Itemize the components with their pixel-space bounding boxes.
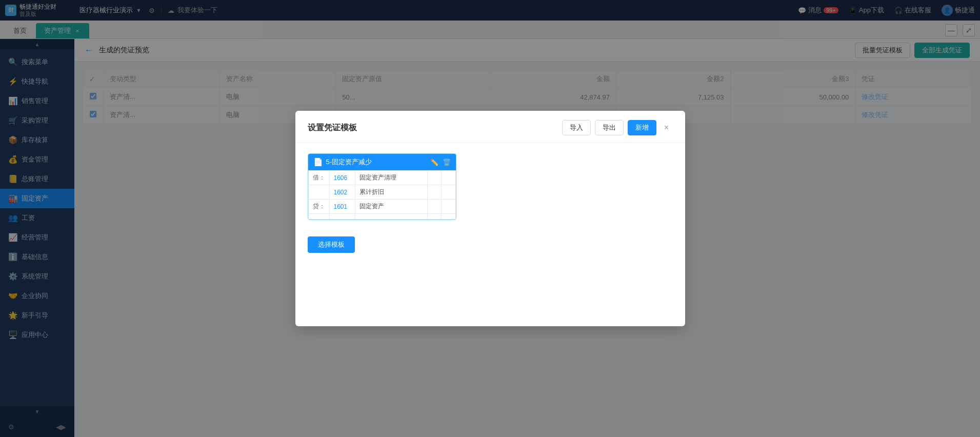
entry-debit-2 xyxy=(428,185,442,200)
entry-code-1: 1606 xyxy=(329,171,355,185)
select-template-button[interactable]: 选择模板 xyxy=(308,236,355,253)
entry-direction-2 xyxy=(308,185,329,200)
entry-credit-1 xyxy=(442,171,455,185)
modal-header: 设置凭证模板 导入 导出 新增 × xyxy=(295,111,685,143)
template-edit-icon[interactable]: ✏️ xyxy=(430,158,438,166)
template-file-icon: 📄 xyxy=(313,157,323,167)
modal-backdrop: 设置凭证模板 导入 导出 新增 × 📄 xyxy=(74,39,980,437)
template-card-header: 📄 5-固定资产减少 ✏️ 🗑️ xyxy=(308,154,456,170)
new-button[interactable]: 新增 xyxy=(628,120,656,135)
entry-debit-1 xyxy=(428,171,442,185)
entry-credit-2 xyxy=(442,185,455,200)
entry-account-3: 固定资产 xyxy=(355,200,428,214)
entry-direction-1: 借： xyxy=(308,171,329,185)
template-card: 📄 5-固定资产减少 ✏️ 🗑️ xyxy=(308,153,456,220)
entry-direction-3: 贷： xyxy=(308,200,329,214)
modal-close-icon[interactable]: × xyxy=(661,122,673,134)
template-entries-table: 借： 1606 固定资产清理 1602 累计折旧 xyxy=(308,170,456,220)
template-card-title: 5-固定资产减少 xyxy=(326,157,372,167)
template-delete-icon[interactable]: 🗑️ xyxy=(443,158,451,166)
template-card-header-actions: ✏️ 🗑️ xyxy=(430,158,451,166)
content-area: ← 生成的凭证预览 批量凭证模板 全部生成凭证 ✓ 变动类型 资产名称 固定资产… xyxy=(74,39,980,437)
template-empty-row xyxy=(308,214,455,220)
settings-modal: 设置凭证模板 导入 导出 新增 × 📄 xyxy=(295,111,685,326)
entry-code-3: 1601 xyxy=(329,200,355,214)
modal-header-actions: 导入 导出 新增 × xyxy=(562,120,673,135)
entry-account-1: 固定资产清理 xyxy=(355,171,428,185)
template-entry-row: 贷： 1601 固定资产 xyxy=(308,200,455,214)
entry-account-2: 累计折旧 xyxy=(355,185,428,200)
entry-debit-3 xyxy=(428,200,442,214)
modal-title: 设置凭证模板 xyxy=(308,123,357,133)
modal-body: 📄 5-固定资产减少 ✏️ 🗑️ xyxy=(295,143,685,326)
entry-credit-3 xyxy=(442,200,455,214)
main-layout: ▲ 🔍 搜索菜单 ⚡ 快捷导航 📊 销售管理 🛒 采购管理 📦 库存核算 xyxy=(0,39,980,437)
template-entry-row: 借： 1606 固定资产清理 xyxy=(308,171,455,185)
select-template-area: 选择模板 xyxy=(308,228,673,253)
entry-code-2: 1602 xyxy=(329,185,355,200)
export-button[interactable]: 导出 xyxy=(595,120,624,135)
template-entry-row: 1602 累计折旧 xyxy=(308,185,455,200)
import-button[interactable]: 导入 xyxy=(562,120,591,135)
